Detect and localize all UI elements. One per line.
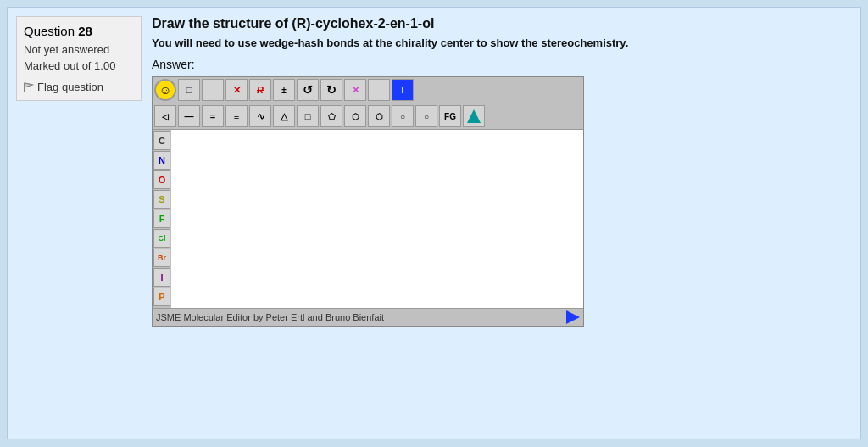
drawing-canvas[interactable] bbox=[171, 130, 583, 308]
smiley-button[interactable]: ☺ bbox=[154, 79, 176, 101]
triangle-tool[interactable]: △ bbox=[273, 105, 295, 127]
r-tool[interactable]: R bbox=[249, 79, 271, 101]
fg-tool[interactable]: FG bbox=[439, 105, 461, 127]
jsme-editor: ☺ □ ✕ R ± ↺ ↻ ✕ I ◁ — = ≡ ∿ △ □ bbox=[152, 76, 584, 327]
editor-area: C N O S F Cl Br I P bbox=[153, 130, 583, 308]
hexagon-tool2[interactable]: ⬡ bbox=[368, 105, 390, 127]
element-sidebar: C N O S F Cl Br I P bbox=[153, 130, 171, 308]
sulfur-button[interactable]: S bbox=[153, 190, 170, 209]
bromine-button[interactable]: Br bbox=[153, 249, 170, 267]
pentagon-tool[interactable]: ⬠ bbox=[320, 105, 342, 127]
question-subtitle: You will need to use wedge-hash bonds at… bbox=[152, 36, 852, 49]
blank-tool1[interactable] bbox=[202, 79, 224, 101]
clear-tool[interactable]: ✕ bbox=[344, 79, 366, 101]
jsme-credit: JSME Molecular Editor by Peter Ertl and … bbox=[156, 312, 384, 322]
svg-marker-3 bbox=[467, 109, 481, 123]
oxygen-button[interactable]: O bbox=[153, 170, 170, 189]
fluorine-button[interactable]: F bbox=[153, 210, 170, 228]
teal-arrow-tool[interactable] bbox=[463, 105, 485, 127]
question-number: Question 28 bbox=[24, 24, 134, 38]
toolbar-row1: ☺ □ ✕ R ± ↺ ↻ ✕ I bbox=[153, 77, 583, 103]
flag-icon bbox=[24, 82, 34, 92]
main-content: Draw the structure of (R)-cyclohex-2-en-… bbox=[152, 16, 852, 430]
jsme-footer: JSME Molecular Editor by Peter Ertl and … bbox=[153, 308, 583, 326]
wavy-bond-tool[interactable]: ∿ bbox=[249, 105, 271, 127]
delete-tool[interactable]: ✕ bbox=[225, 79, 248, 101]
flag-label: Flag question bbox=[37, 81, 103, 93]
question-title: Draw the structure of (R)-cyclohex-2-en-… bbox=[152, 16, 852, 31]
carbon-button[interactable]: C bbox=[153, 131, 170, 150]
sidebar: Question 28 Not yet answered Marked out … bbox=[16, 16, 142, 101]
toolbar-row2: ◁ — = ≡ ∿ △ □ ⬠ ⬡ ⬡ ○ ○ FG bbox=[153, 103, 583, 130]
hexagon-tool1[interactable]: ⬡ bbox=[344, 105, 366, 127]
teal-arrow-icon bbox=[465, 108, 482, 125]
rectangle-tool[interactable]: □ bbox=[297, 105, 319, 127]
hexagon-tool3[interactable]: ○ bbox=[392, 105, 414, 127]
iodine-button[interactable]: I bbox=[153, 268, 170, 287]
extra-tool[interactable] bbox=[415, 79, 449, 101]
not-answered-label: Not yet answered bbox=[24, 43, 134, 56]
select-tool[interactable]: □ bbox=[178, 79, 200, 101]
redo-tool[interactable]: ↻ bbox=[320, 79, 342, 101]
hexagon-tool4[interactable]: ○ bbox=[415, 105, 437, 127]
phosphorus-button[interactable]: P bbox=[153, 288, 170, 306]
marked-label: Marked out of 1.00 bbox=[24, 59, 134, 72]
arrow-left-tool[interactable]: ◁ bbox=[154, 105, 176, 127]
play-button[interactable] bbox=[566, 310, 580, 324]
undo-tool[interactable]: ↺ bbox=[297, 79, 319, 101]
flag-question-button[interactable]: Flag question bbox=[24, 81, 134, 93]
mode-toggle[interactable]: I bbox=[392, 79, 414, 101]
nitrogen-button[interactable]: N bbox=[153, 151, 170, 170]
svg-marker-2 bbox=[25, 83, 32, 87]
blank-tool2[interactable] bbox=[368, 79, 390, 101]
main-container: Question 28 Not yet answered Marked out … bbox=[7, 7, 861, 439]
triple-bond-tool[interactable]: ≡ bbox=[225, 105, 248, 127]
single-bond-tool[interactable]: — bbox=[178, 105, 200, 127]
chlorine-button[interactable]: Cl bbox=[153, 229, 170, 248]
answer-label: Answer: bbox=[152, 58, 852, 71]
double-bond-tool[interactable]: = bbox=[202, 105, 224, 127]
charge-tool[interactable]: ± bbox=[273, 79, 295, 101]
